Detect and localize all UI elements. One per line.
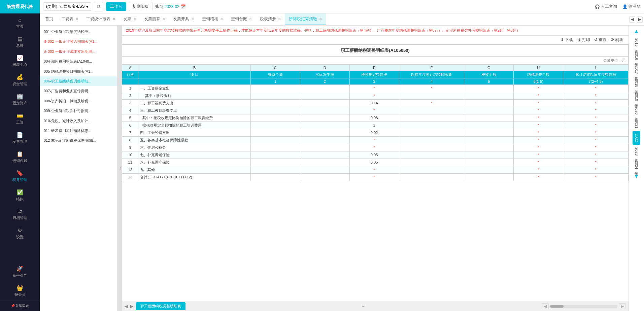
year-2019[interactable]: 2019年 xyxy=(633,90,640,104)
cell-d[interactable] xyxy=(300,159,349,166)
tab-next-btn[interactable]: ▶ xyxy=(637,16,643,23)
close-icon[interactable]: ✕ xyxy=(112,17,115,21)
cell-c[interactable] xyxy=(250,107,300,114)
refresh-btn[interactable]: ⟳ 刷新 xyxy=(611,37,623,43)
work-bench-btn[interactable]: 工作台 xyxy=(106,2,126,11)
copy-btn[interactable]: ⧉ xyxy=(94,2,103,11)
cell-g[interactable] xyxy=(464,107,514,114)
cell-f[interactable] xyxy=(399,129,464,136)
cell-c[interactable] xyxy=(250,114,300,122)
sidebar-item-home[interactable]: ⌂ 首页 xyxy=(0,13,40,32)
close-icon[interactable]: ✕ xyxy=(191,17,194,21)
cell-g[interactable] xyxy=(464,129,514,136)
close-icon[interactable]: ✕ xyxy=(220,17,223,21)
close-icon[interactable]: ✕ xyxy=(133,17,136,21)
sidebar-item-newbie[interactable]: 🚀 新手引导 xyxy=(0,262,40,281)
cell-g[interactable] xyxy=(464,84,514,92)
list-item-009[interactable]: 009-企业所得税弥补亏损明... xyxy=(40,106,117,116)
tab-tax-clearance[interactable]: 税表清册 ✕ xyxy=(256,13,285,25)
cancel-fixed-btn[interactable]: 📌 取消固定 xyxy=(0,301,40,311)
close-icon[interactable]: ✕ xyxy=(162,17,165,21)
year-2016[interactable]: 2016年 xyxy=(633,49,640,63)
sidebar-item-fixed-asset[interactable]: 🏢 固定资产 xyxy=(0,90,40,109)
cell-d[interactable] xyxy=(300,84,349,92)
cell-d[interactable] xyxy=(300,122,349,129)
cell-d[interactable] xyxy=(300,114,349,122)
service-btn[interactable]: 🎧 人工客询 xyxy=(595,4,617,9)
cell-c[interactable] xyxy=(250,99,300,107)
cell-g[interactable] xyxy=(464,173,514,181)
cell-f[interactable] xyxy=(399,114,464,122)
cell-g[interactable] xyxy=(464,114,514,122)
cell-c[interactable] xyxy=(250,144,300,151)
tab-income-tax[interactable]: 所得税汇算清缴 ✕ xyxy=(285,13,326,25)
close-icon[interactable]: ✕ xyxy=(278,17,281,21)
close-icon[interactable]: ✕ xyxy=(249,17,252,21)
close-icon[interactable]: ✕ xyxy=(319,17,322,21)
period-value[interactable]: 2023-02 xyxy=(165,4,179,9)
tab-invoice[interactable]: 发票 ✕ xyxy=(119,13,140,25)
year-up-btn[interactable]: ▲ xyxy=(633,27,641,36)
sidebar-item-settlement[interactable]: ✅ 结账 xyxy=(0,186,40,205)
cell-f[interactable] xyxy=(399,159,464,166)
tab-purchase-ledger[interactable]: 进销台账 ✕ xyxy=(227,13,256,25)
tab-salary-report[interactable]: 工资统计报表 ✕ xyxy=(82,13,119,25)
scroll-left-icon[interactable]: ◀ xyxy=(542,303,549,309)
sheet-tab-dots[interactable]: ⋯ xyxy=(362,304,366,309)
cell-g[interactable] xyxy=(464,136,514,144)
download-btn[interactable]: ⬇ 下载 xyxy=(561,37,573,43)
tab-invoice-open[interactable]: 发票开具 ✕ xyxy=(169,13,198,25)
cell-d[interactable] xyxy=(300,144,349,151)
list-item-003[interactable]: ⊘ 003-一般企业成本支出明细... xyxy=(40,47,117,57)
list-item-004[interactable]: 004-期间费用明细表(A1040... xyxy=(40,57,117,66)
cell-g[interactable] xyxy=(464,92,514,99)
cell-c[interactable] xyxy=(250,84,300,92)
sheet-tab-active[interactable]: 职工薪酬纳税调整明细表 xyxy=(136,302,185,310)
list-item-001[interactable]: 001-企业所得税年度纳税申... xyxy=(40,27,117,37)
sidebar-item-ledger[interactable]: ▤ 总账 xyxy=(0,32,40,51)
nav-right-icon[interactable]: ▶ xyxy=(130,304,133,309)
cell-g[interactable] xyxy=(464,159,514,166)
cell-f[interactable] xyxy=(399,92,464,99)
cell-c[interactable] xyxy=(250,166,300,173)
year-2018[interactable]: 2018年 xyxy=(633,76,640,90)
cell-c[interactable] xyxy=(250,92,300,99)
cell-d[interactable] xyxy=(300,107,349,114)
sidebar-item-settings[interactable]: ⚙ 设置 xyxy=(0,224,40,243)
list-item-010[interactable]: 010-免税、减计收入及加计... xyxy=(40,116,117,126)
list-item-012[interactable]: 012-减免企业所得税优惠明细(... xyxy=(40,136,117,145)
cell-f[interactable] xyxy=(399,122,464,129)
tab-prev-btn[interactable]: ◀ xyxy=(629,16,635,23)
cell-f[interactable] xyxy=(399,144,464,151)
nav-left-icon[interactable]: ◀ xyxy=(125,304,128,309)
cell-c[interactable] xyxy=(250,122,300,129)
year-2015[interactable]: 2015年 xyxy=(633,36,640,49)
cell-c[interactable] xyxy=(250,129,300,136)
cell-f[interactable] xyxy=(399,107,464,114)
list-item-002[interactable]: ⊘ 002-一般企业收入明细表(A1... xyxy=(40,37,117,46)
cell-f[interactable] xyxy=(399,151,464,159)
year-2021[interactable]: 2021年 xyxy=(633,117,640,131)
year-2020[interactable]: 2020年 xyxy=(633,104,640,117)
cell-f[interactable] xyxy=(399,136,464,144)
tab-invoice-calc[interactable]: 发票测算 ✕ xyxy=(140,13,169,25)
print-btn[interactable]: 🖨 打印 xyxy=(577,37,590,43)
cell-c[interactable] xyxy=(250,173,300,181)
close-icon[interactable]: ✕ xyxy=(75,17,78,21)
table-wrapper[interactable]: 职工薪酬纳税调整明细表(A105050) 金额单位：元 A B C D E xyxy=(122,44,629,301)
cell-d[interactable] xyxy=(300,136,349,144)
sidebar-item-sales[interactable]: 📋 进销台账 xyxy=(0,147,40,167)
list-item-005[interactable]: 005-纳税调整项目明细表(A1... xyxy=(40,67,117,76)
cell-c[interactable] xyxy=(250,136,300,144)
tab-salary[interactable]: 工资表 ✕ xyxy=(57,13,82,25)
cell-g[interactable] xyxy=(464,144,514,151)
calendar-icon[interactable]: 📅 xyxy=(181,4,186,9)
cell-d[interactable] xyxy=(300,173,349,181)
sidebar-item-report[interactable]: 📈 报表中心 xyxy=(0,51,40,71)
collapse-panel-btn[interactable]: 《 xyxy=(117,26,122,311)
cell-d[interactable] xyxy=(300,166,349,173)
year-2022[interactable]: 2022年 xyxy=(633,131,640,144)
sidebar-item-tax[interactable]: 🔖 税务管理 xyxy=(0,167,40,186)
cell-d[interactable] xyxy=(300,92,349,99)
cell-d[interactable] xyxy=(300,129,349,136)
